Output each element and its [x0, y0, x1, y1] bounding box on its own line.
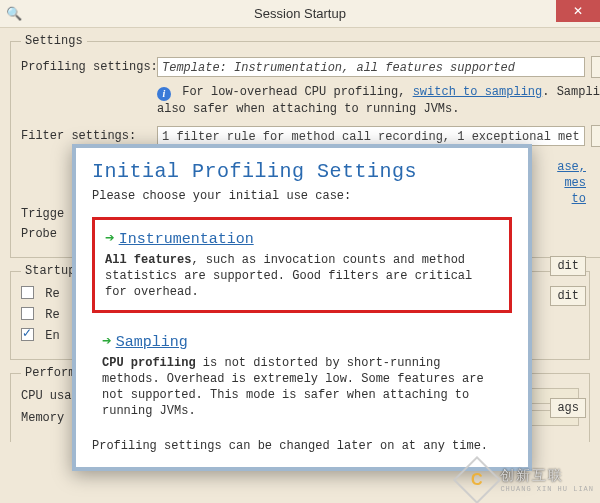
- startup-checkbox-1[interactable]: [21, 286, 34, 299]
- watermark-subtext: CHUANG XIN HU LIAN: [500, 485, 594, 493]
- startup-legend: Startup: [21, 264, 79, 278]
- startup-checkbox-3[interactable]: [21, 328, 34, 341]
- peek-ags-button[interactable]: ags: [550, 398, 586, 418]
- profiling-edit-button[interactable]: Edit: [591, 56, 600, 78]
- profiling-hint: i For low-overhead CPU profiling, switch…: [157, 84, 600, 117]
- peek-link-to[interactable]: to: [572, 192, 586, 206]
- startup-checkbox-3-label: En: [45, 329, 59, 343]
- watermark-text: 创新互联: [500, 467, 564, 483]
- startup-checkbox-2-label: Re: [45, 308, 59, 322]
- option-instrumentation[interactable]: ➔Instrumentation All features, such as i…: [92, 217, 512, 313]
- option-instrumentation-title: Instrumentation: [119, 231, 254, 248]
- peek-text-1: ase,: [557, 160, 586, 174]
- dialog-subtitle: Please choose your initial use case:: [92, 189, 512, 203]
- watermark: C 创新互联 CHUANG XIN HU LIAN: [460, 463, 594, 497]
- window-title: Session Startup: [254, 6, 346, 21]
- help-icon[interactable]: 🔍: [4, 4, 24, 24]
- dialog-title: Initial Profiling Settings: [92, 160, 512, 183]
- filter-label: Filter settings:: [21, 129, 151, 143]
- watermark-logo-icon: C: [453, 456, 501, 503]
- switch-to-sampling-link[interactable]: switch to sampling: [413, 85, 543, 99]
- startup-checkbox-1-label: Re: [45, 287, 59, 301]
- profiling-value: Template: Instrumentation, all features …: [157, 57, 585, 77]
- arrow-icon: ➔: [102, 331, 112, 351]
- option-sampling[interactable]: ➔Sampling CPU profiling is not distorted…: [92, 323, 512, 429]
- peek-text-2: mes: [564, 176, 586, 190]
- filter-edit-button[interactable]: Edit: [591, 125, 600, 147]
- info-icon: i: [157, 87, 171, 101]
- initial-profiling-dialog: Initial Profiling Settings Please choose…: [72, 144, 532, 471]
- dialog-note: Profiling settings can be changed later …: [92, 439, 512, 453]
- settings-legend: Settings: [21, 34, 87, 48]
- close-button[interactable]: ✕: [556, 0, 600, 22]
- peek-edit-2[interactable]: dit: [550, 286, 586, 306]
- option-instrumentation-desc: All features, such as invocation counts …: [105, 252, 499, 300]
- arrow-icon: ➔: [105, 228, 115, 248]
- peek-edit-1[interactable]: dit: [550, 256, 586, 276]
- filter-value: 1 filter rule for method call recording,…: [157, 126, 585, 146]
- profiling-label: Profiling settings:: [21, 60, 151, 74]
- option-sampling-title: Sampling: [116, 334, 188, 351]
- option-sampling-desc: CPU profiling is not distorted by short-…: [102, 355, 502, 419]
- startup-checkbox-2[interactable]: [21, 307, 34, 320]
- titlebar: 🔍 Session Startup ✕: [0, 0, 600, 28]
